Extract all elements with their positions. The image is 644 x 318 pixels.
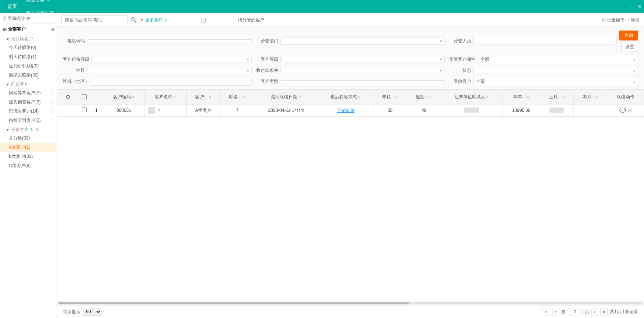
- retail-attr-select[interactable]: 全部 ∨: [478, 55, 638, 64]
- prev-page-btn[interactable]: ‹: [552, 308, 559, 315]
- retail-customer-select[interactable]: 全部 ∨: [473, 77, 638, 86]
- table-footer: 每页显示 50 10 20 100 « ‹ 第 页 › » 共1页 1条记录: [57, 305, 644, 318]
- seq-col-header: [90, 90, 103, 105]
- this-year-col-header: 本年...⇅: [502, 90, 540, 105]
- sidebar-value-item[interactable]: A类客户(1): [0, 143, 57, 152]
- sort-icon7[interactable]: ⇅: [395, 95, 398, 99]
- sidebar-pending-item[interactable]: 近7天待联络(0): [0, 61, 57, 71]
- collapse-icon[interactable]: ◀: [51, 27, 54, 31]
- payment-chevron: ∨: [440, 68, 442, 73]
- status-select[interactable]: ∨: [473, 67, 638, 74]
- query-btn[interactable]: 查询: [619, 31, 638, 40]
- select-all-checkbox[interactable]: [82, 94, 87, 99]
- nature-filter-row: 性质 ∨: [63, 67, 252, 74]
- close-all-btn[interactable]: ×: [638, 3, 641, 10]
- sort-icon12[interactable]: ⇅: [596, 95, 599, 99]
- batch-op-btn[interactable]: ☑ 批量操作: [602, 17, 625, 23]
- nav-home[interactable]: 首页: [3, 3, 21, 10]
- customer-type-select[interactable]: [280, 80, 445, 83]
- nature-select[interactable]: ∨: [87, 67, 252, 74]
- row-overdue-cell: 48: [407, 105, 441, 117]
- row-name-text[interactable]: ？: [157, 107, 161, 114]
- dept-label: 分管部门: [256, 38, 278, 44]
- last-page-btn[interactable]: »: [600, 308, 608, 315]
- customer-level-select[interactable]: ∨: [280, 56, 445, 63]
- sort-icon8[interactable]: ⇅: [429, 95, 432, 99]
- export-btn[interactable]: ↑ 导出: [627, 17, 640, 23]
- phone-input[interactable]: [87, 39, 252, 42]
- row-contact-cell: 7: [220, 105, 254, 117]
- gear-button[interactable]: ⚙: [64, 92, 72, 102]
- price-level-select[interactable]: ∨: [92, 56, 252, 63]
- tri-icon: ▼: [6, 37, 10, 41]
- filter-search-icon[interactable]: 🔍: [130, 17, 137, 23]
- settings-btn[interactable]: 设置: [621, 42, 638, 52]
- customer-level-label: 客户等级: [256, 56, 278, 63]
- refresh-icon[interactable]: ↻: [30, 127, 34, 132]
- sidebar-problem-item[interactable]: 持续下滑客户(2)?: [0, 116, 57, 125]
- sort-icon10[interactable]: ⇅: [526, 95, 529, 99]
- nav-tab-商品分析[interactable]: 商品分析×: [21, 0, 63, 7]
- edit-value-icon[interactable]: ✎: [35, 127, 39, 132]
- sidebar-value-item[interactable]: B类客户(33): [0, 152, 57, 161]
- help-icon: ?: [51, 91, 54, 95]
- sidebar-problem-item[interactable]: 流失预警客户(3)?: [0, 98, 57, 107]
- row-checkbox-cell: [79, 105, 90, 117]
- dept-select[interactable]: ∨: [280, 38, 445, 45]
- main-layout: 🔍 ⊞ 全部客户 ◀ ▼ 待联络客户 今天待联络(0)明天待联络(1)近7天待联…: [0, 13, 644, 318]
- sidebar: 🔍 ⊞ 全部客户 ◀ ▼ 待联络客户 今天待联络(0)明天待联络(1)近7天待联…: [0, 13, 57, 318]
- sort-icon9[interactable]: ⇅: [486, 95, 489, 99]
- retail-customer-label: 零散客户: [449, 78, 471, 85]
- batch-op-icon: ☑: [602, 17, 606, 22]
- contact-col-label: 联络...: [229, 94, 242, 99]
- help-icon: ?: [51, 119, 54, 123]
- sidebar-pending-item[interactable]: 今天待联络(0): [0, 43, 57, 52]
- more-filter-btn[interactable]: ▼ 更多条件 ∨: [140, 17, 167, 23]
- scroll-bar-track: [58, 302, 643, 304]
- page-size-select[interactable]: 50 10 20 100: [83, 308, 101, 316]
- row-checkbox[interactable]: [82, 107, 87, 112]
- status-chevron: ∨: [633, 68, 636, 73]
- last-method-link[interactable]: 下销货单: [337, 108, 354, 113]
- sidebar-problem-item[interactable]: 回购异常客户(2)?: [0, 88, 57, 98]
- page-num-input[interactable]: [568, 308, 583, 315]
- dept-chevron: ∨: [440, 39, 442, 43]
- scroll-bar-thumb[interactable]: [58, 302, 409, 304]
- next-page-btn[interactable]: ›: [591, 308, 598, 315]
- close-tab-icon[interactable]: ×: [47, 0, 49, 2]
- sort-icon11[interactable]: ⇅: [562, 95, 565, 99]
- sidebar-value-item[interactable]: 未分组(32): [0, 134, 57, 143]
- sort-icon2[interactable]: ⇅: [173, 95, 176, 99]
- region-select[interactable]: ···: [92, 78, 252, 86]
- payment-select[interactable]: ∨: [280, 67, 445, 74]
- sidebar-search-input[interactable]: [3, 16, 57, 21]
- first-page-btn[interactable]: «: [543, 308, 550, 315]
- all-customers-header[interactable]: ⊞ 全部客户 ◀: [0, 24, 57, 35]
- problem-customers-label: 问题客户: [11, 81, 29, 88]
- page-label: 第: [561, 309, 566, 315]
- code-col-header: 客户编码⇅: [103, 90, 144, 105]
- export-icon: ↑: [627, 17, 630, 22]
- person-select[interactable]: ···: [473, 37, 617, 45]
- sort-icon[interactable]: ⇅: [132, 95, 135, 99]
- footer-right: « ‹ 第 页 › » 共1页 1条记录: [543, 308, 638, 315]
- sort-icon6[interactable]: ⇅: [358, 95, 361, 99]
- sidebar-pending-item[interactable]: 明天待联络(1): [0, 52, 57, 61]
- contact-col-header: 联络...⇅: [220, 90, 254, 105]
- sidebar-pending-item[interactable]: 逾期未联络(30): [0, 71, 57, 80]
- sidebar-value-item[interactable]: C类客户(6): [0, 161, 57, 170]
- overdue-col-header: 逾期...⇅: [407, 90, 441, 105]
- contact-icon[interactable]: 💬: [619, 107, 626, 113]
- my-customers-checkbox[interactable]: [170, 18, 236, 22]
- last-method-col-label: 最后联络方式: [330, 94, 357, 99]
- sidebar-problem-item[interactable]: 已流失客户(24)?: [0, 107, 57, 116]
- search-input[interactable]: [61, 15, 128, 24]
- my-customers-checkbox-label: 我分管的客户: [170, 17, 264, 23]
- price-chevron: ∨: [247, 57, 249, 61]
- payment-label: 收付款条件: [256, 67, 278, 74]
- sort-icon4[interactable]: ⇅: [242, 95, 245, 99]
- retail-customer-value: 全部: [476, 78, 485, 85]
- sort-icon5[interactable]: ⇅: [298, 95, 301, 99]
- more-action-icon[interactable]: ⊞: [628, 107, 632, 113]
- sort-icon3[interactable]: ⇅: [208, 95, 211, 99]
